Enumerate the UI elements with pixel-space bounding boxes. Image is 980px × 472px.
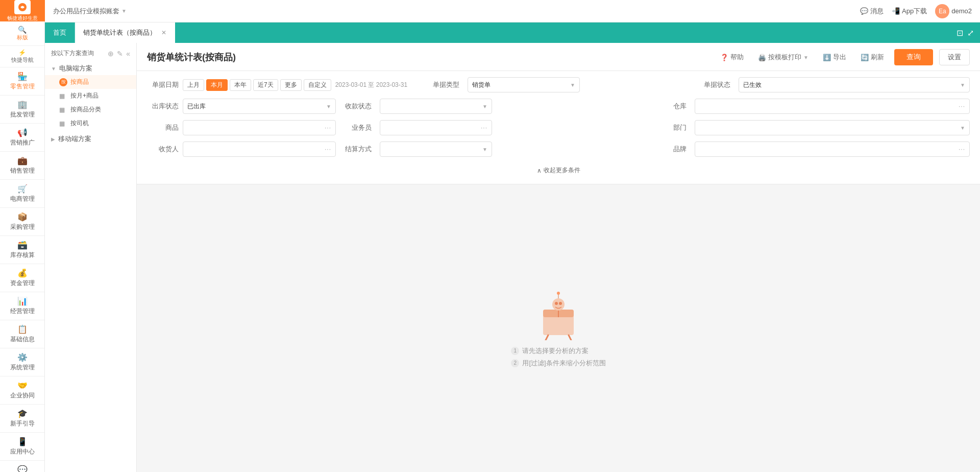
consignee-dots: ··· (325, 146, 331, 153)
refresh-label: 刷新 (871, 53, 884, 62)
tab-close-icon[interactable]: ✕ (161, 29, 166, 36)
settings-btn[interactable]: 设置 (939, 49, 970, 65)
sidebar-item-system[interactable]: ⚙️ 系统管理 (0, 348, 44, 376)
consignee-label: 收货人 (147, 145, 183, 154)
tree-parent-pc[interactable]: ▼ 电脑端方案 (45, 62, 136, 75)
help-icon: ❓ (720, 54, 728, 61)
date-label: 单据日期 (147, 80, 183, 89)
basic-icon: 📋 (17, 324, 28, 334)
refresh-btn[interactable]: 🔄 刷新 (856, 51, 888, 64)
date-btn-custom[interactable]: 自定义 (304, 79, 331, 91)
help-label: 帮助 (730, 53, 744, 62)
sidebar-item-enterprise-wechat[interactable]: 💬 企业微信 (0, 461, 44, 472)
app-download-icon: 📲 (892, 7, 900, 15)
messages-label: 消息 (870, 7, 884, 16)
doc-status-value: 已生效 (743, 81, 762, 89)
export-btn[interactable]: ⬇️ 导出 (819, 51, 850, 64)
sidebar-item-appcenter[interactable]: 📱 应用中心 (0, 433, 44, 461)
settle-label: 结算方式 (340, 145, 376, 154)
salesperson-dots: ··· (481, 124, 487, 131)
sidebar-item-retail[interactable]: 🏪 零售管理 (0, 67, 44, 96)
sidebar-item-cooperation[interactable]: 🤝 企业协同 (0, 376, 44, 405)
payment-status-select[interactable]: ▼ (380, 99, 492, 114)
empty-tips: 1 请先选择要分析的方案 2 用[过滤]条件来缩小分析范围 (511, 346, 605, 368)
collapse-btn[interactable]: ∧ 收起更多条件 (147, 163, 970, 178)
sidebar-search[interactable]: 🔍 标版 (0, 21, 44, 46)
right-panel: 销货单统计表(按商品) ❓ 帮助 🖨️ 按模板打印 ▼ ⬇️ 导出 (137, 43, 980, 472)
sidebar-item-wholesale[interactable]: 🏢 批发管理 (0, 96, 44, 124)
stock-status-select[interactable]: 已出库 ▼ (183, 99, 336, 114)
warehouse-label: 仓库 (655, 102, 691, 111)
sidebar-logo: 畅捷通好生意 (0, 0, 45, 21)
dept-select[interactable]: ▼ (695, 120, 970, 135)
sidebar-item-marketing[interactable]: 📢 营销推广 (0, 124, 44, 152)
doc-type-select[interactable]: 销货单 ▼ (468, 77, 580, 92)
tab-minimize-icon[interactable]: ⊡ (957, 28, 963, 38)
by-product-label: 按商品 (70, 78, 89, 86)
by-product-icon: 按 (59, 78, 67, 86)
help-btn[interactable]: ❓ 帮助 (716, 51, 748, 64)
user-menu[interactable]: Ea demo2 (935, 4, 972, 18)
top-bar-right: 💬 消息 📲 App下载 Ea demo2 (860, 4, 972, 18)
doc-status-select[interactable]: 已生效 ▼ (739, 77, 970, 92)
doc-type-arrow-icon: ▼ (570, 82, 575, 88)
tree-child-by-cashier[interactable]: ▦ 按司机 (45, 116, 136, 130)
sidebar-item-purchase[interactable]: 📦 采购管理 (0, 208, 44, 236)
product-select[interactable]: ··· (183, 120, 336, 135)
tree-child-by-category[interactable]: ▦ 按商品分类 (45, 103, 136, 116)
sidebar-item-finance[interactable]: 💰 资金管理 (0, 264, 44, 292)
add-scheme-icon[interactable]: ⊕ (108, 50, 114, 58)
svg-point-4 (552, 298, 565, 311)
filter-row-2: 出库状态 已出库 ▼ 收款状态 ▼ 仓库 (147, 99, 970, 114)
brand-select[interactable]: ··· (695, 141, 970, 157)
tree-child-by-product[interactable]: 按 按商品 (45, 75, 136, 89)
dept-arrow-icon: ▼ (960, 125, 965, 131)
sidebar-item-ecommerce[interactable]: 🛒 电商管理 (0, 180, 44, 208)
sidebar-item-sales[interactable]: 💼 销售管理 (0, 152, 44, 180)
dept-label: 部门 (655, 123, 691, 132)
svg-line-9 (546, 335, 548, 340)
sidebar-item-inventory[interactable]: 🗃️ 库存核算 (0, 236, 44, 264)
enterprise-wechat-icon: 💬 (17, 465, 28, 472)
warehouse-select[interactable]: ··· (695, 99, 970, 114)
message-icon: 💬 (860, 7, 868, 15)
tab-maximize-icon[interactable]: ⤢ (967, 28, 974, 38)
tree-child-by-month-product[interactable]: ▦ 按月+商品 (45, 89, 136, 103)
empty-tip-2: 2 用[过滤]条件来缩小分析范围 (511, 359, 605, 368)
tip-num-1: 1 (511, 347, 519, 355)
sidebar-item-newbie[interactable]: 🎓 新手引导 (0, 405, 44, 433)
edit-scheme-icon[interactable]: ✎ (117, 50, 123, 58)
industry-selector[interactable]: 办公用品行业模拟账套 ▼ (53, 7, 127, 16)
collapse-panel-icon[interactable]: « (126, 50, 130, 58)
filter-row-3: 商品 ··· 业务员 ··· 部门 ▼ (147, 120, 970, 135)
date-btn-more[interactable]: 更多 (280, 79, 302, 91)
date-btn-this-month[interactable]: 本月 (206, 79, 228, 91)
quick-nav-label[interactable]: ⚡ 快捷导航 (0, 46, 44, 67)
date-btn-7days[interactable]: 近7天 (253, 79, 278, 91)
date-control: 上月 本月 本年 近7天 更多 自定义 2023-03-01 至 2023-03… (183, 79, 428, 91)
consignee-select[interactable]: ··· (183, 141, 336, 157)
date-btn-this-year[interactable]: 本年 (230, 79, 251, 91)
tree-parent-mobile[interactable]: ▶ 移动端方案 (45, 132, 136, 146)
month-product-icon: ▦ (59, 92, 67, 100)
sidebar-item-basic[interactable]: 📋 基础信息 (0, 320, 44, 348)
tab-sales-stat[interactable]: 销货单统计表（按商品） ✕ (75, 22, 175, 43)
filter-row-4: 收货人 ··· 结算方式 ▼ 品牌 ··· (147, 141, 970, 157)
query-btn[interactable]: 查询 (894, 49, 933, 65)
doc-status-arrow-icon: ▼ (960, 82, 965, 88)
pc-expand-icon: ▼ (51, 66, 56, 72)
app-download-btn[interactable]: 📲 App下载 (892, 7, 927, 16)
messages-btn[interactable]: 💬 消息 (860, 7, 884, 16)
sales-stat-tab-label: 销货单统计表（按商品） (83, 28, 156, 37)
settle-select[interactable]: ▼ (380, 141, 492, 157)
industry-name: 办公用品行业模拟账套 (53, 7, 119, 16)
home-tab-label: 首页 (53, 28, 66, 37)
user-name: demo2 (951, 7, 972, 15)
tab-home[interactable]: 首页 (45, 22, 75, 43)
sidebar-item-operations[interactable]: 📊 经营管理 (0, 292, 44, 320)
stock-status-arrow-icon: ▼ (326, 104, 331, 109)
date-btn-last-month[interactable]: 上月 (183, 79, 204, 91)
svg-point-6 (559, 302, 562, 305)
salesperson-select[interactable]: ··· (380, 120, 492, 135)
print-btn[interactable]: 🖨️ 按模板打印 ▼ (754, 51, 813, 64)
